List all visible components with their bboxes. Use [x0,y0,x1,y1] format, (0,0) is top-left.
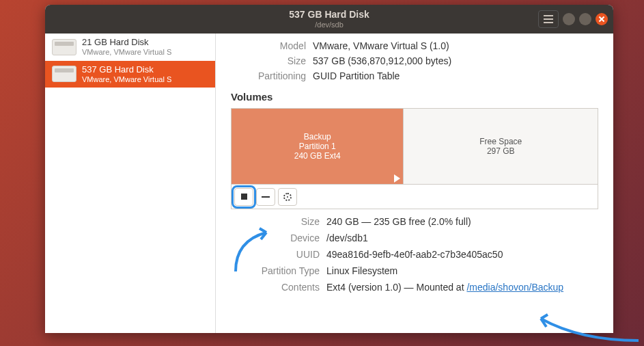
partition-name: Backup [304,132,331,142]
device-label: Device [231,232,320,243]
partition-details-grid: Size 240 GB — 235 GB free (2.0% full) De… [231,216,598,293]
model-value: VMware, VMware Virtual S (1.0) [313,40,598,51]
disk-item-1[interactable]: 537 GB Hard Disk VMware, VMware Virtual … [45,61,215,88]
menu-button[interactable] [538,10,559,28]
play-icon [394,174,400,183]
partition-options-button[interactable] [278,188,297,206]
uuid-value: 49ea816d-9efb-4e0f-aab2-c7b3e405ac50 [326,249,598,260]
titlebar-actions [538,10,608,28]
window-title: 537 GB Hard Disk [45,10,613,20]
psize-label: Size [231,216,320,227]
disks-window: 537 GB Hard Disk /dev/sdb 21 GB Hard Dis… [45,5,613,333]
partitioning-label: Partitioning [231,70,306,81]
partition-backup[interactable]: Backup Partition 1 240 GB Ext4 [232,109,403,184]
close-button[interactable] [596,13,608,25]
free-space-detail: 297 GB [487,146,515,156]
volumes-row: Backup Partition 1 240 GB Ext4 Free Spac… [232,109,598,184]
ptype-value: Linux Filesystem [326,265,598,276]
delete-partition-button[interactable] [256,188,275,206]
disk-info-grid: Model VMware, VMware Virtual S (1.0) Siz… [231,40,598,81]
minus-icon [262,196,270,198]
gear-icon [283,193,292,201]
window-subtitle: /dev/sdb [45,21,613,29]
volumes-heading: Volumes [231,91,598,103]
device-value: /dev/sdb1 [326,232,598,243]
stop-icon [241,194,247,200]
disk-item-text: 21 GB Hard Disk VMware, VMware Virtual S [82,38,171,57]
hard-disk-icon [52,66,76,82]
system-icon-1 [563,13,575,25]
contents-label: Contents [231,282,320,293]
size-label: Size [231,55,306,66]
model-label: Model [231,40,306,51]
body-area: 21 GB Hard Disk VMware, VMware Virtual S… [45,34,613,333]
contents-value: Ext4 (version 1.0) — Mounted at /media/s… [326,282,598,293]
hard-disk-icon [52,39,76,55]
partitioning-value: GUID Partition Table [313,70,598,81]
partition-detail: 240 GB Ext4 [294,151,341,161]
volume-toolbar [232,184,598,209]
disk-item-text: 537 GB Hard Disk VMware, VMware Virtual … [82,65,171,84]
system-icon-2 [579,13,591,25]
psize-value: 240 GB — 235 GB free (2.0% full) [326,216,598,227]
disk-item-title: 537 GB Hard Disk [82,65,171,75]
contents-prefix: Ext4 (version 1.0) — Mounted at [326,282,466,293]
unmount-button[interactable] [234,188,253,206]
volumes-box: Backup Partition 1 240 GB Ext4 Free Spac… [231,108,598,209]
partition-free-space[interactable]: Free Space 297 GB [403,109,598,184]
free-space-name: Free Space [479,137,522,146]
sidebar: 21 GB Hard Disk VMware, VMware Virtual S… [45,34,216,333]
titlebar: 537 GB Hard Disk /dev/sdb [45,5,613,34]
disk-item-subtitle: VMware, VMware Virtual S [82,75,171,84]
partition-sub: Partition 1 [299,142,336,151]
ptype-label: Partition Type [231,265,320,276]
main-panel: Model VMware, VMware Virtual S (1.0) Siz… [216,34,613,333]
disk-item-subtitle: VMware, VMware Virtual S [82,48,171,57]
size-value: 537 GB (536,870,912,000 bytes) [313,55,598,66]
mount-point-link[interactable]: /media/shovon/Backup [466,282,563,293]
disk-item-title: 21 GB Hard Disk [82,38,171,48]
disk-item-0[interactable]: 21 GB Hard Disk VMware, VMware Virtual S [45,34,215,61]
title-center: 537 GB Hard Disk /dev/sdb [45,10,613,28]
uuid-label: UUID [231,249,320,260]
